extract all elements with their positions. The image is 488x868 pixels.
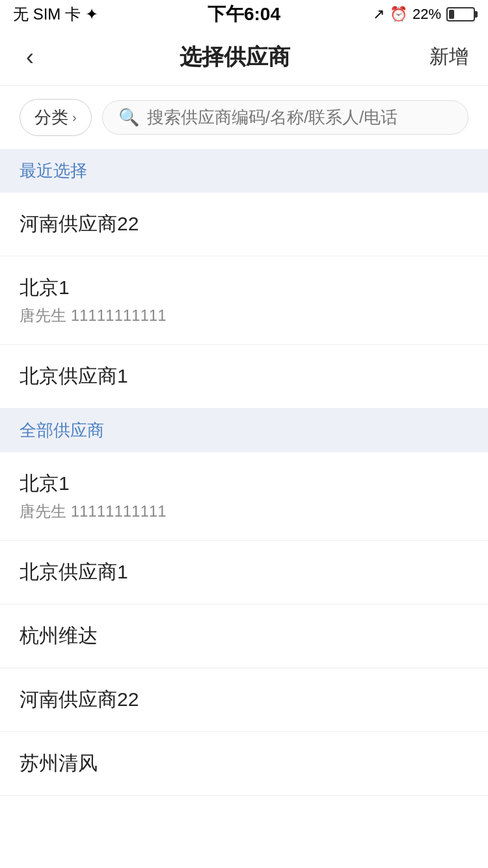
location-icon: ↗: [373, 6, 385, 23]
list-item-sub: 唐先生 11111111111: [20, 501, 468, 522]
search-area: 分类 › 🔍: [0, 86, 488, 149]
status-bar-time: 下午6:04: [208, 2, 280, 27]
alarm-icon: ⏰: [390, 6, 407, 23]
list-item-name: 河南供应商22: [20, 686, 468, 713]
recent-list: 河南供应商22北京1唐先生 11111111111北京供应商1: [0, 193, 488, 409]
list-item[interactable]: 河南供应商22: [0, 668, 488, 732]
list-item-sub: 唐先生 11111111111: [20, 305, 468, 326]
list-item[interactable]: 苏州清风: [0, 732, 488, 796]
search-input[interactable]: [147, 107, 452, 128]
list-item[interactable]: 河南供应商22: [0, 193, 488, 256]
add-button[interactable]: 新增: [429, 44, 468, 70]
list-item[interactable]: 北京供应商1: [0, 541, 488, 604]
all-list: 北京1唐先生 11111111111北京供应商1杭州维达河南供应商22苏州清风: [0, 452, 488, 796]
list-item-name: 河南供应商22: [20, 211, 468, 237]
battery-percent: 22%: [413, 6, 441, 23]
list-item[interactable]: 北京1唐先生 11111111111: [0, 256, 488, 345]
category-label: 分类: [34, 106, 68, 129]
status-bar-right: ↗ ⏰ 22%: [373, 6, 475, 23]
category-button[interactable]: 分类 ›: [20, 99, 92, 136]
status-bar: 无 SIM 卡 ✦ 下午6:04 ↗ ⏰ 22%: [0, 0, 488, 29]
chevron-right-icon: ›: [72, 110, 77, 125]
list-item[interactable]: 北京供应商1: [0, 345, 488, 409]
search-icon: 🔍: [118, 107, 139, 128]
list-item-name: 北京1: [20, 275, 468, 301]
list-item-name: 北京供应商1: [20, 559, 468, 586]
status-bar-left: 无 SIM 卡 ✦: [13, 4, 98, 25]
all-section-header: 全部供应商: [0, 409, 488, 452]
list-item[interactable]: 杭州维达: [0, 604, 488, 668]
list-item[interactable]: 北京1唐先生 11111111111: [0, 452, 488, 541]
list-item-name: 苏州清风: [20, 750, 468, 777]
list-item-name: 北京供应商1: [20, 363, 468, 390]
list-item-name: 北京1: [20, 470, 468, 497]
battery-icon: [446, 7, 475, 21]
recent-section-header: 最近选择: [0, 149, 488, 193]
nav-bar: ‹ 选择供应商 新增: [0, 29, 488, 86]
list-item-name: 杭州维达: [20, 623, 468, 649]
back-button[interactable]: ‹: [20, 37, 40, 77]
recent-section-label: 最近选择: [20, 161, 87, 180]
sim-status: 无 SIM 卡 ✦: [13, 4, 98, 25]
all-section-label: 全部供应商: [20, 420, 104, 440]
search-box[interactable]: 🔍: [102, 100, 468, 135]
page-title: 选择供应商: [180, 42, 290, 72]
